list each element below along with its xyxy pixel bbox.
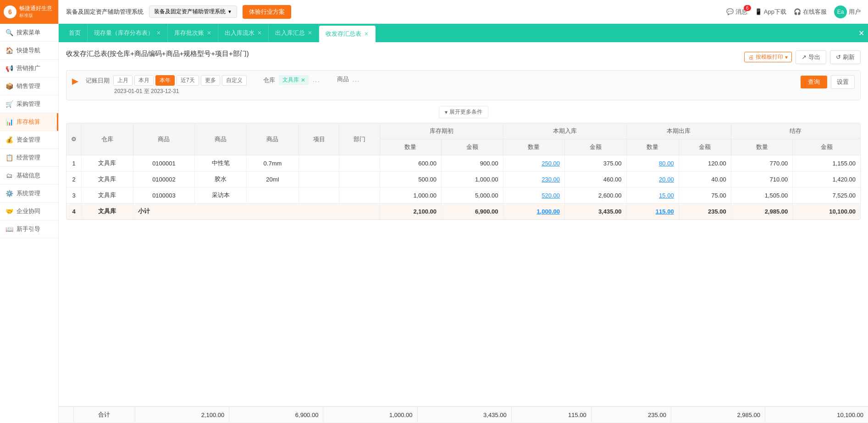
sidebar-item-quick-nav[interactable]: 🏠 快捷导航 — [0, 42, 58, 60]
refresh-button[interactable]: ↺ 刷新 — [830, 50, 861, 64]
date-label: 记账日期 — [86, 77, 110, 85]
warehouse-tag-name: 文具库 — [282, 76, 299, 84]
sidebar-item-marketing[interactable]: 📢 营销推广 — [0, 60, 58, 77]
row-opening-qty: 1,000.00 — [380, 187, 442, 203]
message-icon: 💬 — [726, 8, 734, 15]
marketing-icon: 📢 — [6, 65, 13, 72]
total-out-qty: 115.00 — [511, 407, 591, 423]
sidebar-item-inventory[interactable]: 📊 库存核算 — [0, 113, 58, 131]
row-product-name: 胶水 — [195, 171, 247, 187]
topbar-messages[interactable]: 💬 消息 6 — [726, 8, 747, 16]
tab-batch-close[interactable]: ✕ — [207, 30, 211, 36]
print-icon: 🖨 — [748, 54, 754, 60]
tab-recv-send-summary-close[interactable]: ✕ — [364, 31, 369, 37]
page-title: 收发存汇总表(按仓库+商品编码+商品+规格型号+项目+部门) — [66, 49, 249, 58]
close-all-tabs[interactable]: ✕ — [858, 29, 864, 38]
row-department — [339, 155, 380, 171]
date-btn-custom[interactable]: 自定义 — [222, 75, 247, 86]
row-in-qty[interactable]: 520.00 — [503, 187, 565, 203]
tab-inout-summary-close[interactable]: ✕ — [308, 30, 312, 36]
row-in-qty[interactable]: 230.00 — [503, 171, 565, 187]
date-btn-more[interactable]: 更多 — [201, 75, 220, 86]
row-out-qty[interactable]: 80.00 — [626, 155, 679, 171]
experience-button[interactable]: 体验行业方案 — [243, 5, 291, 19]
th-product-spec: 商品 — [246, 123, 299, 155]
topbar-online-service[interactable]: 🎧 在线客服 — [794, 8, 827, 16]
date-btn-7days[interactable]: 近7天 — [177, 75, 199, 86]
total-out-amt: 235.00 — [591, 407, 671, 423]
row-out-qty[interactable]: 15.00 — [626, 187, 679, 203]
sidebar-item-operations[interactable]: 📋 经营管理 — [0, 149, 58, 167]
query-button[interactable]: 查询 — [801, 76, 827, 88]
total-in-amt: 3,435.00 — [417, 407, 511, 423]
brand-name: 畅捷通好生意 — [19, 5, 52, 12]
purchase-icon: 🛒 — [6, 100, 13, 108]
filter-expand-arrow[interactable]: ▶ — [72, 75, 78, 86]
row-product-spec: 20ml — [246, 171, 299, 187]
subtotal-in-amt: 3,435.00 — [565, 203, 627, 220]
print-template-button[interactable]: 🖨 按模板打印 ▾ — [744, 52, 792, 62]
sidebar-item-guide[interactable]: 📖 新手引导 — [0, 220, 58, 238]
system-dropdown[interactable]: 装备及固定资产辅助管理系统 ▼ — [149, 5, 237, 18]
subtotal-index: 4 — [66, 203, 82, 220]
sidebar-item-system[interactable]: ⚙️ 系统管理 — [0, 185, 58, 203]
setting-button[interactable]: 设置 — [831, 75, 855, 89]
table-row: 3 文具库 0100003 采访本 1,000.00 5,000.00 520.… — [66, 187, 860, 203]
operations-icon: 📋 — [6, 154, 13, 161]
expand-icon: ▾ — [445, 109, 448, 115]
th-department: 部门 — [339, 123, 380, 155]
subtotal-out-qty[interactable]: 115.00 — [626, 203, 679, 220]
product-more-btn[interactable]: ... — [353, 76, 360, 83]
subtotal-in-qty[interactable]: 1,000.00 — [503, 203, 565, 220]
tab-batch[interactable]: 库存批次账 ✕ — [168, 24, 218, 42]
sidebar-logo: 6 畅捷通好生意 标准版 — [0, 0, 58, 24]
home-icon: 🏠 — [6, 47, 13, 54]
total-in-qty: 1,000.00 — [323, 407, 417, 423]
tab-recv-send-summary-label: 收发存汇总表 — [326, 30, 361, 38]
export-button[interactable]: ↗ 导出 — [796, 50, 826, 64]
sidebar: 6 畅捷通好生意 标准版 🔍 搜索菜单 🏠 快捷导航 📢 营销推广 📦 销售管理… — [0, 0, 59, 423]
expand-more-btn[interactable]: ▾ 展开更多条件 — [439, 106, 488, 118]
row-out-amt: 40.00 — [679, 171, 731, 187]
tab-inventory-dist-close[interactable]: ✕ — [156, 30, 161, 36]
product-label: 商品 — [337, 75, 349, 83]
topbar-user[interactable]: Ea 用户 — [834, 5, 861, 18]
sidebar-item-basic-info[interactable]: 🗂 基础信息 — [0, 167, 58, 185]
tab-inout-flow[interactable]: 出入库流水 ✕ — [218, 24, 269, 42]
row-product-code: 0100002 — [133, 171, 195, 187]
th-balance-amt: 金额 — [793, 139, 860, 155]
row-in-amt: 460.00 — [565, 171, 627, 187]
sidebar-item-label: 采购管理 — [17, 100, 40, 108]
sidebar-item-purchase[interactable]: 🛒 采购管理 — [0, 95, 58, 113]
tab-home[interactable]: 首页 — [62, 24, 88, 42]
sidebar-item-label: 营销推广 — [17, 64, 40, 72]
sidebar-item-cooperation[interactable]: 🤝 企业协同 — [0, 203, 58, 220]
tabbar: 首页 现存量（库存分布表） ✕ 库存批次账 ✕ 出入库流水 ✕ 出入库汇总 ✕ … — [59, 24, 868, 42]
row-out-qty[interactable]: 20.00 — [626, 171, 679, 187]
row-warehouse: 文具库 — [82, 155, 133, 171]
th-settings[interactable]: ⚙ — [66, 123, 82, 155]
warehouse-tag-remove[interactable]: ✕ — [301, 77, 305, 83]
row-balance-qty: 710.00 — [731, 171, 793, 187]
date-btn-this-year[interactable]: 本年 — [155, 75, 175, 86]
sidebar-menu: 🔍 搜索菜单 🏠 快捷导航 📢 营销推广 📦 销售管理 🛒 采购管理 📊 库存核… — [0, 24, 58, 423]
th-out-qty: 数量 — [626, 139, 679, 155]
date-btn-this-month[interactable]: 本月 — [134, 75, 154, 86]
cooperation-icon: 🤝 — [6, 208, 13, 215]
row-in-qty[interactable]: 250.00 — [503, 155, 565, 171]
date-btn-last-month[interactable]: 上月 — [113, 75, 133, 86]
warehouse-more-btn[interactable]: ... — [313, 77, 321, 83]
sidebar-item-finance[interactable]: 💰 资金管理 — [0, 131, 58, 149]
topbar-app-download[interactable]: 📱 App下载 — [755, 8, 786, 16]
tab-inout-summary[interactable]: 出入库汇总 ✕ — [269, 24, 319, 42]
th-warehouse: 仓库 — [82, 123, 133, 155]
sidebar-item-sales[interactable]: 📦 销售管理 — [0, 77, 58, 95]
sidebar-item-search[interactable]: 🔍 搜索菜单 — [0, 24, 58, 42]
tab-inventory-dist[interactable]: 现存量（库存分布表） ✕ — [88, 24, 168, 42]
th-group-balance: 结存 — [731, 123, 860, 139]
tab-inout-flow-close[interactable]: ✕ — [257, 30, 262, 36]
tab-recv-send-summary[interactable]: 收发存汇总表 ✕ — [319, 26, 376, 42]
tab-inout-flow-label: 出入库流水 — [225, 29, 254, 37]
online-service-label: 在线客服 — [803, 8, 827, 16]
row-project — [299, 155, 339, 171]
